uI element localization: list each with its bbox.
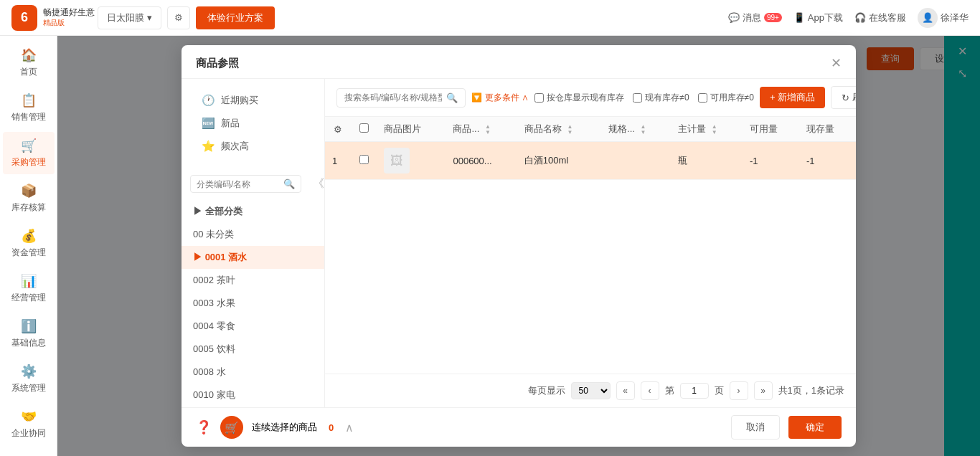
category-item-0003[interactable]: 0003 水果	[182, 292, 324, 315]
user-name: 徐泽华	[941, 11, 969, 24]
sidebar-item-purchase[interactable]: 🛒 采购管理	[3, 132, 55, 174]
select-all-checkbox[interactable]	[359, 123, 369, 133]
app-download-label: App下载	[808, 11, 843, 24]
app-download-item[interactable]: 📱 App下载	[793, 11, 843, 24]
nav-item-frequent[interactable]: ⭐ 频次高	[193, 135, 313, 158]
checkbox-stock-nonzero-label: 现有库存≠0	[645, 92, 689, 104]
logo-sub: 精品版	[43, 18, 95, 28]
filter-label: 更多条件 ∧	[485, 92, 529, 104]
help-icon[interactable]: ❓	[196, 419, 212, 435]
per-page-select[interactable]: 50 100 200	[571, 382, 611, 399]
gear-icon[interactable]: ⚙	[167, 6, 190, 29]
modal-overlay: 商品参照 ✕ 🕐 近期购买 🆕	[57, 36, 980, 456]
collapse-footer-icon[interactable]: ∧	[345, 421, 354, 434]
sidebar-item-sales[interactable]: 📋 销售管理	[3, 87, 55, 129]
checkbox-warehouse-label: 按仓库显示现有库存	[547, 92, 624, 104]
cart-icon[interactable]: 🛒	[220, 416, 243, 439]
confirm-button[interactable]: 确定	[788, 416, 842, 439]
sidebar-item-system[interactable]: ⚙️ 系统管理	[3, 358, 55, 400]
checkbox-stock-nonzero[interactable]: 现有库存≠0	[633, 92, 689, 104]
category-search-input[interactable]	[197, 179, 281, 189]
sidebar-label-sales: 销售管理	[11, 111, 46, 123]
sidebar-label-enterprise: 企业协同	[11, 427, 46, 440]
nav-item-recent[interactable]: 🕐 近期购买	[193, 89, 313, 112]
modal-body: 🕐 近期购买 🆕 新品 ⭐ 频次高	[182, 79, 856, 407]
row-select-checkbox[interactable]	[359, 155, 369, 164]
sidebar-label-operations: 经营管理	[11, 292, 46, 304]
category-item-0005[interactable]: 0005 饮料	[182, 338, 324, 361]
sidebar-item-info[interactable]: ℹ️ 基础信息	[3, 313, 55, 355]
online-service-item[interactable]: 🎧 在线客服	[854, 11, 906, 24]
cancel-button[interactable]: 取消	[731, 415, 780, 440]
filter-button[interactable]: 🔽 更多条件 ∧	[471, 92, 529, 104]
experience-button[interactable]: 体验行业方案	[196, 6, 275, 29]
add-product-button[interactable]: + 新增商品	[760, 87, 825, 108]
nav-item-new[interactable]: 🆕 新品	[193, 112, 313, 135]
col-name[interactable]: 商品名称 ▲▼	[517, 117, 601, 142]
product-search-box[interactable]: 🔍	[336, 88, 466, 108]
next-page-button[interactable]: ›	[730, 381, 748, 400]
checkbox-stock-nonzero-input[interactable]	[633, 93, 642, 103]
last-page-button[interactable]: »	[754, 381, 773, 400]
table-settings-icon[interactable]: ⚙	[334, 124, 342, 135]
modal-header: 商品参照 ✕	[182, 45, 856, 79]
sidebar-item-finance[interactable]: 💰 资金管理	[3, 222, 55, 265]
row-name: 白酒100ml	[517, 142, 601, 180]
main-content: 查询 设置 ✕ ⤡ 商品参照 ✕	[57, 36, 980, 456]
filter-icon: 🔽	[471, 92, 482, 103]
nav-dropdown[interactable]: 日太阳膜 ▾	[98, 6, 161, 29]
col-available[interactable]: 可用量	[743, 117, 799, 142]
notification-item[interactable]: 💬 消息 99+	[728, 11, 782, 24]
sidebar-label-purchase: 采购管理	[11, 156, 46, 168]
sidebar-item-home[interactable]: 🏠 首页	[3, 42, 55, 84]
category-item-0002[interactable]: 0002 茶叶	[182, 269, 324, 292]
category-item-all[interactable]: ▶ 全部分类	[182, 200, 324, 223]
col-unit[interactable]: 主计量 ▲▼	[671, 117, 743, 142]
row-checkbox[interactable]	[351, 142, 377, 180]
category-item-00[interactable]: 00 未分类	[182, 223, 324, 246]
message-icon: 💬	[728, 12, 740, 23]
category-item-0008[interactable]: 0008 水	[182, 361, 324, 384]
col-checkbox	[351, 117, 377, 142]
toolbar: 🔍 🔽 更多条件 ∧ 按仓库显示现有库存	[325, 79, 856, 117]
checkbox-warehouse-input[interactable]	[534, 93, 544, 103]
product-image: 🖼	[384, 148, 410, 174]
page-number-input[interactable]	[680, 383, 709, 399]
col-code[interactable]: 商品... ▲▼	[446, 117, 517, 142]
category-item-0010[interactable]: 0010 家电	[182, 384, 324, 407]
category-item-0004[interactable]: 0004 零食	[182, 315, 324, 338]
row-code: 000600...	[446, 142, 517, 180]
category-item-0001[interactable]: ▶ 0001 酒水	[182, 246, 324, 269]
chevron-down-icon: ▾	[147, 12, 152, 23]
row-spec	[601, 142, 671, 180]
category-list: ▶ 全部分类 00 未分类 ▶ 0001 酒水 0002 茶叶 0003 水果 …	[182, 197, 324, 407]
col-spec[interactable]: 规格... ▲▼	[601, 117, 671, 142]
sidebar-label-home: 首页	[20, 66, 37, 78]
checkbox-available-nonzero-input[interactable]	[698, 93, 707, 103]
checkbox-available-nonzero-label: 可用库存≠0	[710, 92, 754, 104]
category-search[interactable]: 🔍	[190, 175, 301, 193]
selected-count-badge: 0	[329, 422, 334, 433]
new-label: 新品	[221, 117, 240, 130]
prev-page-button[interactable]: ‹	[641, 381, 659, 400]
first-page-button[interactable]: «	[616, 381, 635, 400]
modal-close-button[interactable]: ✕	[831, 55, 842, 71]
recent-icon: 🕐	[202, 94, 215, 107]
collapse-panel-button[interactable]: 《	[313, 176, 324, 191]
top-nav: 6 畅捷通好生意 精品版 日太阳膜 ▾ ⚙ 体验行业方案 💬 消息 99+ 📱 …	[0, 0, 980, 36]
notification-label: 消息	[743, 11, 761, 24]
col-stock[interactable]: 现存量	[799, 117, 856, 142]
sidebar-item-guide[interactable]: 📖 新手引导	[3, 448, 55, 456]
row-available: -1	[743, 142, 799, 180]
sidebar-item-enterprise[interactable]: 🤝 企业协同	[3, 403, 55, 445]
product-search-input[interactable]	[344, 92, 442, 103]
table-row[interactable]: 1 🖼 000600... 白酒100ml	[325, 142, 856, 180]
user-item[interactable]: 👤 徐泽华	[918, 8, 969, 28]
search-icon: 🔍	[283, 179, 295, 189]
checkbox-available-nonzero[interactable]: 可用库存≠0	[698, 92, 754, 104]
col-settings[interactable]: ⚙	[325, 117, 351, 142]
checkbox-warehouse[interactable]: 按仓库显示现有库存	[534, 92, 624, 104]
refresh-button[interactable]: ↻ 刷新	[831, 86, 856, 109]
sidebar-item-operations[interactable]: 📊 经营管理	[3, 267, 55, 310]
sidebar-item-inventory[interactable]: 📦 库存核算	[3, 177, 55, 219]
